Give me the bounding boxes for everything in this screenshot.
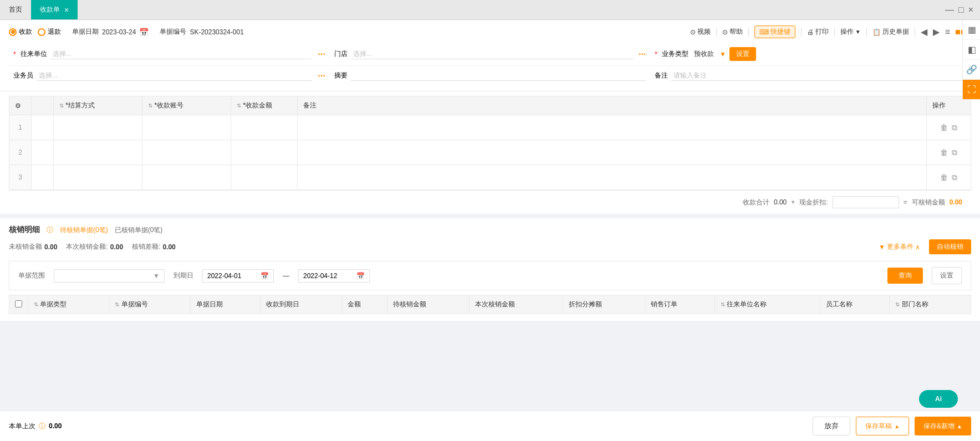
row-1-skje[interactable]: [231, 115, 298, 140]
row-1-num: 1: [9, 115, 32, 140]
tab-home[interactable]: 首页: [0, 0, 31, 19]
biz-type-value: 预收款: [694, 49, 714, 59]
cal-end-icon[interactable]: 📅: [356, 272, 365, 280]
print-btn[interactable]: 🖨 打印: [807, 27, 829, 37]
tab-close-icon[interactable]: ×: [64, 6, 69, 14]
current-label: 本次核销金额:: [66, 242, 108, 252]
sidebar-table-icon[interactable]: ▦: [963, 20, 980, 40]
sort-skzh-icon[interactable]: ⇅: [148, 102, 152, 109]
row-1-note[interactable]: [298, 115, 927, 140]
shortcut-icon: ⌨: [759, 28, 769, 36]
cal-start-icon[interactable]: 📅: [261, 272, 269, 280]
row-2-num: 2: [9, 140, 32, 165]
row-2-jsfz[interactable]: [54, 140, 142, 165]
date-start-input[interactable]: [207, 272, 257, 280]
remark-label: 备注: [655, 71, 668, 80]
completed-tab[interactable]: 已核销单据(0笔): [115, 225, 163, 235]
sort-bt-icon[interactable]: ⇅: [34, 301, 38, 307]
range-select[interactable]: ▼: [54, 269, 165, 283]
biz-type-dropdown-icon[interactable]: ▼: [719, 50, 726, 58]
col-setting-header[interactable]: ⚙: [9, 96, 32, 115]
save-draft-button[interactable]: 保存草稿 ▲: [856, 417, 909, 435]
maximize-icon[interactable]: □: [958, 5, 964, 15]
row-2-note[interactable]: [298, 140, 927, 165]
auto-writeoff-btn[interactable]: 自动核销: [929, 239, 971, 254]
row-1-copy-icon[interactable]: ⧉: [952, 123, 957, 132]
sort-cp-icon[interactable]: ⇅: [721, 301, 725, 307]
radio-receipt-label: 收款: [19, 27, 32, 37]
divider1: [716, 28, 717, 37]
filter-settings-btn[interactable]: 设置: [932, 267, 962, 284]
row-1-delete-icon[interactable]: 🗑: [940, 123, 948, 132]
history-btn[interactable]: 📋 历史单据: [872, 27, 909, 37]
select-all-checkbox[interactable]: [15, 300, 22, 307]
sidebar-attach-icon[interactable]: 🔗: [963, 60, 980, 80]
sort-skje-icon[interactable]: ⇅: [237, 102, 241, 109]
settings-button[interactable]: 设置: [729, 47, 756, 61]
row-1-jsfz[interactable]: [54, 115, 142, 140]
col-skzh-header: ⇅ *收款账号: [142, 96, 231, 115]
radio-refund-dot: [38, 28, 45, 36]
video-btn[interactable]: ⊙ 视频: [690, 27, 711, 37]
col-discount-header: 折扣分摊额: [563, 295, 645, 314]
row-3-delete-icon[interactable]: 🗑: [940, 173, 948, 182]
counterpart-more-btn[interactable]: ···: [318, 49, 325, 59]
row-2-copy-icon[interactable]: ⧉: [952, 148, 957, 157]
sort-bn-icon[interactable]: ⇅: [115, 301, 119, 307]
discount-input[interactable]: [833, 196, 899, 208]
summary-input[interactable]: [351, 70, 646, 81]
counterpart-input[interactable]: [50, 49, 313, 59]
salesperson-input[interactable]: [37, 70, 312, 81]
store-more-btn[interactable]: ···: [639, 49, 646, 59]
row-1-ops: 🗑 ⧉: [927, 115, 971, 140]
row-3-jsfz[interactable]: [54, 165, 142, 190]
per-bill-label: 本单上次: [9, 422, 35, 431]
table-row: 2 🗑 ⧉: [9, 140, 971, 165]
row-2-skje[interactable]: [231, 140, 298, 165]
salesperson-more-btn[interactable]: ···: [318, 71, 325, 81]
col-due-date-header: 收款到期日: [260, 295, 342, 314]
row-2-skzh[interactable]: [142, 140, 231, 165]
biz-type-label: 业务类型: [662, 49, 688, 59]
row-3-copy-icon[interactable]: ⧉: [952, 173, 957, 182]
save-new-button[interactable]: 保存&新增 ▲: [915, 417, 971, 435]
tab-receipt[interactable]: 收款单 ×: [31, 0, 78, 19]
shortcut-btn[interactable]: ⌨ 快捷键: [754, 25, 795, 38]
remark-input[interactable]: [671, 70, 967, 81]
row-1-skzh[interactable]: [142, 115, 231, 140]
row-3-skje[interactable]: [231, 165, 298, 190]
col-note-label: 备注: [303, 101, 317, 109]
list-icon[interactable]: ≡: [945, 27, 950, 37]
date-calendar-icon[interactable]: 📅: [139, 28, 149, 37]
row-2-delete-icon[interactable]: 🗑: [940, 148, 948, 157]
row-3-skzh[interactable]: [142, 165, 231, 190]
pending-tab[interactable]: 待核销单据(0笔): [60, 225, 108, 235]
sidebar-screen-icon[interactable]: ⛶: [963, 80, 980, 100]
nav-left-icon[interactable]: ◀: [921, 27, 927, 37]
range-label: 单据范围: [18, 271, 45, 280]
close-icon[interactable]: ×: [968, 5, 973, 15]
info-icon[interactable]: ⓘ: [47, 225, 53, 235]
fields-row2: 业务员 ··· 摘要 备注: [9, 66, 971, 85]
video-icon: ⊙: [690, 28, 696, 36]
sort-jsfz-icon[interactable]: ⇅: [59, 102, 64, 109]
ai-bubble[interactable]: Ai: [919, 390, 958, 408]
discard-button[interactable]: 放弃: [813, 417, 850, 435]
minimize-icon[interactable]: —: [945, 5, 954, 15]
store-input[interactable]: [351, 49, 633, 59]
nav-right-icon[interactable]: ▶: [933, 27, 940, 37]
row-3-note[interactable]: [298, 165, 927, 190]
help-btn[interactable]: ⊙ 帮助: [722, 27, 743, 37]
query-button[interactable]: 查询: [887, 268, 923, 284]
tab-receipt-label: 收款单: [40, 5, 60, 14]
operations-btn[interactable]: 操作 ▼: [840, 27, 861, 37]
radio-refund[interactable]: 退款: [38, 27, 61, 37]
sidebar-db-icon[interactable]: ◧: [963, 40, 980, 60]
sort-dept-icon[interactable]: ⇅: [895, 301, 900, 307]
radio-receipt-dot: [9, 28, 17, 36]
radio-receipt[interactable]: 收款: [9, 27, 32, 37]
date-end-input[interactable]: [303, 272, 353, 280]
diff-stat: 核销差额: 0.00: [132, 242, 176, 252]
bill-date-value: 2023-03-24: [102, 28, 136, 36]
more-conditions-btn[interactable]: ▼ 更多条件 ∧: [879, 242, 920, 252]
